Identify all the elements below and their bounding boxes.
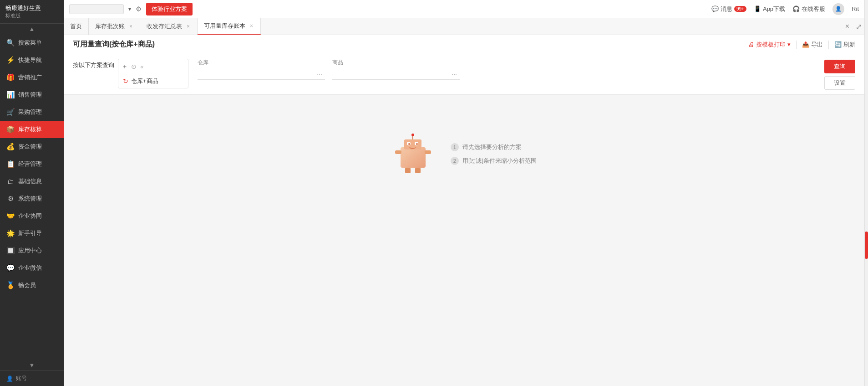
filter-collapse-icon[interactable]: « bbox=[140, 63, 143, 70]
sidebar-logo-sub: 标准版 bbox=[5, 12, 58, 19]
sidebar-icon-wecom: 💬 bbox=[6, 264, 15, 272]
warehouse-more-icon[interactable]: ··· bbox=[317, 70, 322, 77]
svg-point-11 bbox=[411, 134, 414, 136]
empty-illustration bbox=[391, 131, 437, 177]
tab-available_ledger[interactable]: 可用量库存账本× bbox=[198, 18, 261, 35]
query-button[interactable]: 查询 bbox=[824, 60, 855, 73]
message-badge: 99+ bbox=[734, 6, 746, 12]
sidebar-item-newbie[interactable]: 🌟新手引导 bbox=[0, 225, 64, 242]
sidebar-item-finance[interactable]: 💰资金管理 bbox=[0, 138, 64, 155]
sidebar-item-shortcut[interactable]: ⚡快捷导航 bbox=[0, 51, 64, 69]
filter-fields: 仓库 ··· 商品 ··· bbox=[188, 59, 820, 80]
schema-item-icon: ↻ bbox=[123, 77, 128, 85]
print-button[interactable]: 🖨 按模板打印 ▾ bbox=[748, 41, 791, 49]
tab-expand-button[interactable]: ⤢ bbox=[853, 18, 864, 35]
tabs-bar: 首页库存批次账×收发存汇总表×可用量库存账本× × ⤢ bbox=[64, 18, 864, 35]
service-label: 在线客服 bbox=[802, 5, 825, 13]
sidebar-item-purchase[interactable]: 🛒采购管理 bbox=[0, 103, 64, 121]
empty-tips: 1 请先选择要分析的方案 2 用[过滤]条件来缩小分析范围 bbox=[451, 143, 537, 165]
svg-rect-6 bbox=[405, 168, 411, 173]
user-avatar: 👤 bbox=[832, 3, 844, 15]
filter-schema-header: + ⊙ « bbox=[118, 59, 188, 74]
service-icon: 🎧 bbox=[792, 5, 800, 12]
svg-rect-0 bbox=[401, 147, 426, 168]
sidebar-item-marketing[interactable]: 🎁营销推广 bbox=[0, 69, 64, 86]
app-icon: 📱 bbox=[754, 5, 761, 12]
sidebar-bottom-label: 账号 bbox=[16, 375, 27, 382]
empty-tip-1: 1 请先选择要分析的方案 bbox=[451, 143, 537, 151]
tab-batch_ledger[interactable]: 库存批次账× bbox=[89, 18, 140, 35]
topbar-right: 💬 消息 99+ 📱 App下载 🎧 在线客服 👤 Rit bbox=[711, 3, 859, 15]
svg-rect-9 bbox=[425, 150, 431, 154]
sidebar-icon-shortcut: ⚡ bbox=[6, 56, 15, 64]
sidebar-item-sales[interactable]: 📊销售管理 bbox=[0, 86, 64, 103]
sidebar-item-wecom[interactable]: 💬企业微信 bbox=[0, 259, 64, 277]
refresh-button[interactable]: 🔄 刷新 bbox=[834, 41, 855, 49]
sidebar-item-search[interactable]: 🔍搜索菜单 bbox=[0, 34, 64, 51]
topbar-messages[interactable]: 💬 消息 99+ bbox=[711, 5, 746, 13]
sidebar-icon-system: ⚙ bbox=[6, 195, 15, 203]
product-input[interactable] bbox=[335, 71, 448, 77]
sidebar-item-basic[interactable]: 🗂基础信息 bbox=[0, 173, 64, 190]
topbar-dropdown-button[interactable]: ▾ bbox=[128, 6, 131, 12]
sidebar-item-operation[interactable]: 📋经营管理 bbox=[0, 155, 64, 173]
tab-close-recv_summary[interactable]: × bbox=[186, 23, 191, 30]
sidebar-label-basic: 基础信息 bbox=[18, 177, 42, 185]
tab-close-batch_ledger[interactable]: × bbox=[128, 23, 133, 30]
sidebar-item-member[interactable]: 🏅畅会员 bbox=[0, 277, 64, 294]
svg-rect-8 bbox=[395, 150, 401, 154]
tab-home[interactable]: 首页 bbox=[64, 18, 89, 35]
sidebar-item-appstore[interactable]: 🔲应用中心 bbox=[0, 242, 64, 259]
tab-close-all-button[interactable]: × bbox=[842, 18, 853, 35]
empty-state-content: 1 请先选择要分析的方案 2 用[过滤]条件来缩小分析范围 bbox=[391, 131, 537, 177]
sidebar-label-purchase: 采购管理 bbox=[18, 108, 42, 116]
right-scrollbar[interactable] bbox=[864, 0, 868, 386]
warehouse-input[interactable] bbox=[200, 71, 313, 77]
sidebar-label-marketing: 营销推广 bbox=[18, 73, 42, 82]
sidebar-item-system[interactable]: ⚙系统管理 bbox=[0, 190, 64, 207]
topbar-gear-icon[interactable]: ⚙ bbox=[136, 5, 142, 13]
sidebar: 畅康通好生意 标准版 ▲ 🔍搜索菜单⚡快捷导航🎁营销推广📊销售管理🛒采购管理📦库… bbox=[0, 0, 64, 386]
filter-settings-schema-button[interactable]: ⊙ bbox=[130, 62, 137, 71]
tab-close-available_ledger[interactable]: × bbox=[249, 22, 254, 30]
empty-state: 1 请先选择要分析的方案 2 用[过滤]条件来缩小分析范围 bbox=[64, 95, 864, 213]
filter-label: 按以下方案查询 bbox=[73, 59, 114, 72]
product-more-icon[interactable]: ··· bbox=[452, 70, 457, 77]
topbar-app-download[interactable]: 📱 App下载 bbox=[754, 5, 785, 13]
refresh-label: 刷新 bbox=[843, 41, 855, 49]
message-icon: 💬 bbox=[711, 5, 719, 12]
user-name[interactable]: Rit bbox=[852, 5, 859, 12]
tab-label-recv_summary: 收发存汇总表 bbox=[147, 22, 182, 31]
filter-area: 按以下方案查询 + ⊙ « ↻ 仓库+商品 仓库 bbox=[64, 54, 864, 95]
sidebar-label-search: 搜索菜单 bbox=[18, 39, 42, 47]
topbar-customer-service[interactable]: 🎧 在线客服 bbox=[792, 5, 825, 13]
header-divider-2 bbox=[828, 41, 829, 49]
tab-label-home: 首页 bbox=[70, 22, 82, 31]
sidebar-item-corp[interactable]: 🤝企业协同 bbox=[0, 207, 64, 225]
sidebar-scroll-down[interactable]: ▼ bbox=[0, 360, 64, 371]
topbar-search-input[interactable] bbox=[69, 4, 124, 14]
sidebar-logo: 畅康通好生意 标准版 bbox=[0, 0, 64, 24]
tab-label-available_ledger: 可用量库存账本 bbox=[204, 22, 245, 30]
tab-recv_summary[interactable]: 收发存汇总表× bbox=[140, 18, 198, 35]
refresh-icon: 🔄 bbox=[834, 41, 842, 48]
sidebar-icon-purchase: 🛒 bbox=[6, 108, 15, 116]
sidebar-bottom: 👤 账号 bbox=[0, 371, 64, 386]
svg-point-4 bbox=[408, 143, 410, 145]
svg-point-5 bbox=[416, 143, 418, 145]
sidebar-label-sales: 销售管理 bbox=[18, 91, 42, 99]
filter-schema-panel: + ⊙ « ↻ 仓库+商品 bbox=[118, 59, 188, 88]
sidebar-label-finance: 资金管理 bbox=[18, 143, 42, 151]
sidebar-icon-search: 🔍 bbox=[6, 39, 15, 47]
sidebar-scroll-up[interactable]: ▲ bbox=[0, 24, 64, 34]
filter-add-schema-button[interactable]: + bbox=[122, 62, 127, 71]
filter-field-warehouse: 仓库 ··· bbox=[198, 59, 325, 80]
export-button[interactable]: 📤 导出 bbox=[802, 41, 823, 49]
filter-settings-button[interactable]: 设置 bbox=[824, 76, 855, 90]
schema-item-warehouse-product[interactable]: ↻ 仓库+商品 bbox=[118, 74, 188, 88]
main-area: ▾ ⚙ 体验行业方案 💬 消息 99+ 📱 App下载 🎧 在线客服 👤 Rit bbox=[64, 0, 864, 386]
topbar-trial-button[interactable]: 体验行业方案 bbox=[146, 3, 193, 15]
topbar: ▾ ⚙ 体验行业方案 💬 消息 99+ 📱 App下载 🎧 在线客服 👤 Rit bbox=[64, 0, 864, 18]
sidebar-icon-corp: 🤝 bbox=[6, 212, 15, 220]
sidebar-item-inventory[interactable]: 📦库存核算 bbox=[0, 121, 64, 138]
